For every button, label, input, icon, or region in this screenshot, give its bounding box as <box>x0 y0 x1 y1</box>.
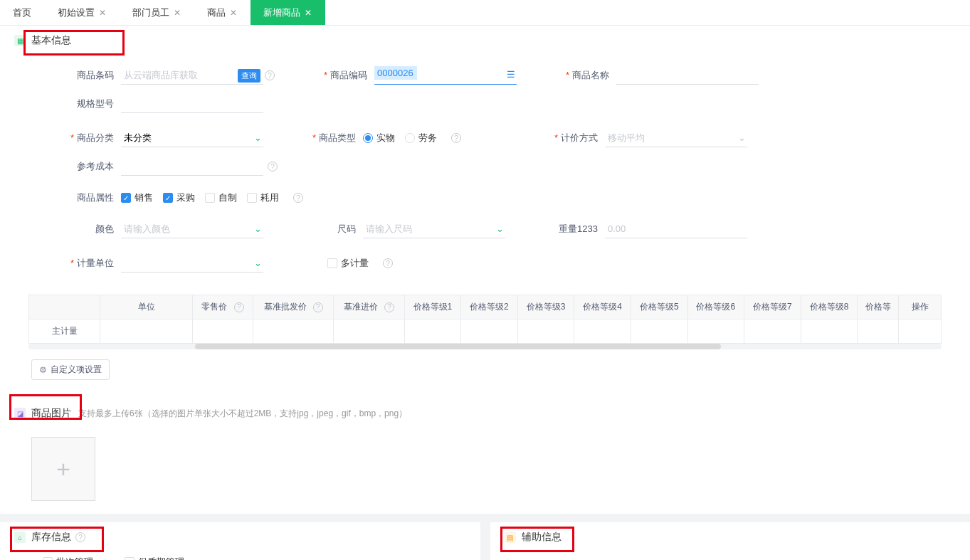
label-barcode: 商品条码 <box>50 69 121 82</box>
tab-home[interactable]: 首页 <box>0 0 45 25</box>
tab-init-settings[interactable]: 初始设置✕ <box>45 0 120 25</box>
table-row[interactable]: 主计量 <box>29 319 942 344</box>
label-unit: 计量单位 <box>50 257 121 270</box>
label-refcost: 参考成本 <box>50 160 121 173</box>
code-input-wrap[interactable]: 0000026 ☰ <box>374 66 517 85</box>
refcost-input[interactable] <box>121 157 263 176</box>
list-icon[interactable]: ☰ <box>507 69 515 80</box>
panel-stock-info: ⌂ 库存信息 ? 批次管理 保质期管理 最低库存 最高库存 <box>0 522 480 560</box>
brand-input[interactable] <box>583 556 704 560</box>
name-input[interactable] <box>616 66 759 85</box>
chk-multiunit[interactable]: 多计量 <box>327 257 369 270</box>
tab-dept-staff[interactable]: 部门员工✕ <box>120 0 194 25</box>
spec-input[interactable] <box>121 95 263 113</box>
form-icon: ▦ <box>14 35 26 46</box>
help-icon[interactable]: ? <box>313 302 323 312</box>
help-icon[interactable]: ? <box>265 70 275 80</box>
upload-image-button[interactable]: + <box>31 437 95 501</box>
tab-bar: 首页 初始设置✕ 部门员工✕ 商品✕ 新增商品✕ <box>0 0 970 26</box>
section-title-stock: 库存信息 <box>31 531 71 544</box>
price-table: 单位 零售价 ? 基准批发价 ? 基准进价 ? 价格等级1 价格等级2 价格等级… <box>28 286 942 344</box>
panel-aux-info: ▤ 辅助信息 品牌 ⋯ 产地 税率(%) 税收分类编码 <box>490 522 971 560</box>
plus-icon: + <box>56 455 70 483</box>
chk-shelf[interactable]: 保质期管理 <box>125 556 184 560</box>
label-pricing: 计价方式 <box>534 132 605 144</box>
close-icon[interactable]: ✕ <box>305 8 312 18</box>
close-icon[interactable]: ✕ <box>174 8 181 18</box>
help-icon[interactable]: ? <box>451 133 461 143</box>
help-icon[interactable]: ? <box>75 532 85 542</box>
label-attr: 商品属性 <box>50 191 121 204</box>
radio-service[interactable]: 劳务 <box>405 132 437 144</box>
label-spec: 规格型号 <box>50 97 121 110</box>
pricing-select[interactable] <box>605 129 747 147</box>
chk-purchase[interactable]: 采购 <box>163 191 195 204</box>
help-icon[interactable]: ? <box>384 302 394 312</box>
query-button[interactable]: 查询 <box>238 69 260 83</box>
custom-fields-button[interactable]: ⚙ 自定义项设置 <box>31 359 110 380</box>
info-icon: ▤ <box>505 532 516 543</box>
chk-self[interactable]: 自制 <box>205 191 237 204</box>
image-upload-hint: 支持最多上传6张（选择的图片单张大小不超过2MB，支持jpg，jpeg，gif，… <box>78 408 407 420</box>
close-icon[interactable]: ✕ <box>230 8 237 18</box>
weight-input[interactable] <box>605 220 747 238</box>
tab-products[interactable]: 商品✕ <box>194 0 251 25</box>
section-title-aux: 辅助信息 <box>522 531 562 544</box>
label-type: 商品类型 <box>292 132 363 144</box>
label-size: 尺码 <box>292 223 363 236</box>
label-color: 颜色 <box>50 223 121 236</box>
color-input[interactable] <box>121 220 263 238</box>
label-category: 商品分类 <box>50 132 121 144</box>
box-icon: ⌂ <box>14 532 26 543</box>
tab-new-product[interactable]: 新增商品✕ <box>251 0 325 25</box>
table-header-row: 单位 零售价 ? 基准批发价 ? 基准进价 ? 价格等级1 价格等级2 价格等级… <box>29 295 942 319</box>
section-title-image: 商品图片 <box>31 407 71 420</box>
help-icon[interactable]: ? <box>383 258 393 268</box>
origin-input[interactable] <box>803 556 924 560</box>
gear-icon: ⚙ <box>39 365 47 375</box>
help-icon[interactable]: ? <box>234 302 244 312</box>
section-title-basic: 基本信息 <box>31 34 71 47</box>
chk-batch[interactable]: 批次管理 <box>43 556 93 560</box>
panel-basic-info: ▦ 基本信息 商品条码 查询 ? 商品编码 0000026 ☰ 商品名称 <box>0 26 970 514</box>
close-icon[interactable]: ✕ <box>99 8 106 18</box>
help-icon[interactable]: ? <box>268 162 278 171</box>
help-icon[interactable]: ? <box>293 193 303 203</box>
unit-select[interactable] <box>121 254 263 273</box>
size-input[interactable] <box>363 220 505 238</box>
label-weight: 重量1233 <box>534 223 605 236</box>
table-scrollbar[interactable] <box>28 344 942 349</box>
image-icon: ◪ <box>14 408 26 419</box>
code-input[interactable]: 0000026 <box>374 66 417 80</box>
chk-consume[interactable]: 耗用 <box>247 191 279 204</box>
label-code: 商品编码 <box>303 69 374 82</box>
radio-real[interactable]: 实物 <box>363 132 395 144</box>
label-name: 商品名称 <box>545 69 616 82</box>
category-select[interactable] <box>121 129 263 147</box>
chk-sale[interactable]: 销售 <box>121 191 153 204</box>
